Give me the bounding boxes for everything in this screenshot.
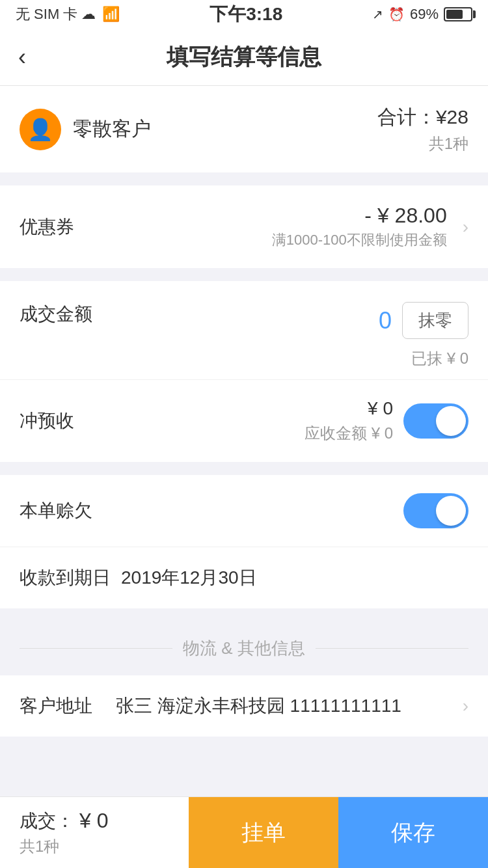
coupon-label: 优惠券 bbox=[20, 215, 74, 239]
round-button[interactable]: 抹零 bbox=[402, 302, 468, 339]
credit-section: 本单赊欠 收款到期日 2019年12月30日 bbox=[0, 475, 488, 608]
customer-left: 👤 零散客户 bbox=[20, 109, 151, 150]
avatar: 👤 bbox=[20, 109, 61, 150]
logistics-label: 物流 & 其他信息 bbox=[183, 637, 305, 660]
footer-deal-label: 成交： bbox=[20, 809, 74, 834]
sim-label: 无 SIM 卡 ☁ bbox=[16, 5, 96, 24]
coupon-right: - ¥ 28.00 满1000-100不限制使用金额 › bbox=[272, 204, 468, 250]
coupon-chevron-icon: › bbox=[463, 217, 468, 237]
credit-row: 本单赊欠 bbox=[0, 475, 488, 547]
total-amount: 合计：¥28 bbox=[377, 104, 468, 131]
footer-info: 成交： ¥ 0 共1种 bbox=[0, 809, 189, 857]
total-count: 共1种 bbox=[377, 133, 468, 154]
footer-deal-amount: ¥ 0 bbox=[79, 809, 108, 833]
coupon-section: 优惠券 - ¥ 28.00 满1000-100不限制使用金额 › bbox=[0, 185, 488, 268]
battery-icon bbox=[444, 7, 472, 21]
due-date-value: 2019年12月30日 bbox=[121, 565, 257, 590]
footer-count: 共1种 bbox=[20, 836, 169, 857]
save-button[interactable]: 保存 bbox=[338, 797, 488, 869]
customer-total: 合计：¥28 共1种 bbox=[377, 104, 468, 154]
due-date-row: 收款到期日 2019年12月30日 bbox=[0, 547, 488, 608]
battery-percent: 69% bbox=[410, 6, 439, 23]
prepayment-row: 冲预收 ¥ 0 应收金额 ¥ 0 bbox=[0, 379, 488, 462]
status-bar: 无 SIM 卡 ☁ 📶 下午3:18 ↗ ⏰ 69% bbox=[0, 0, 488, 29]
prepayment-toggle[interactable] bbox=[403, 403, 468, 439]
status-time: 下午3:18 bbox=[210, 2, 282, 27]
nav-bar: ‹ 填写结算等信息 bbox=[0, 29, 488, 86]
customer-section: 👤 零散客户 合计：¥28 共1种 bbox=[0, 86, 488, 172]
coupon-desc: 满1000-100不限制使用金额 bbox=[272, 230, 447, 250]
location-icon: ↗ bbox=[372, 7, 383, 22]
wifi-icon: 📶 bbox=[102, 6, 120, 23]
credit-right bbox=[403, 493, 468, 528]
status-right: ↗ ⏰ 69% bbox=[372, 6, 472, 23]
customer-name: 零散客户 bbox=[73, 116, 151, 142]
prepayment-amount: ¥ 0 bbox=[305, 398, 393, 419]
address-label: 客户地址 bbox=[20, 694, 92, 718]
footer-bar: 成交： ¥ 0 共1种 挂单 保存 bbox=[0, 796, 488, 868]
deal-sub: 已抹 ¥ 0 bbox=[411, 348, 468, 369]
credit-label: 本单赊欠 bbox=[20, 498, 92, 523]
footer-deal-row: 成交： ¥ 0 bbox=[20, 809, 169, 834]
address-row[interactable]: 客户地址 张三 海淀永丰科技园 11111111111 › bbox=[0, 675, 488, 737]
page-title: 填写结算等信息 bbox=[167, 42, 321, 72]
due-date-label: 收款到期日 bbox=[20, 565, 111, 590]
logistics-header: 物流 & 其他信息 bbox=[0, 624, 488, 673]
address-value: 张三 海淀永丰科技园 11111111111 bbox=[116, 694, 447, 718]
status-left: 无 SIM 卡 ☁ 📶 bbox=[16, 5, 120, 24]
deal-row: 成交金额 抹零 已抹 ¥ 0 bbox=[0, 281, 488, 379]
address-section: 客户地址 张三 海淀永丰科技园 11111111111 › bbox=[0, 675, 488, 737]
hold-button[interactable]: 挂单 bbox=[189, 797, 338, 869]
customer-row: 👤 零散客户 合计：¥28 共1种 bbox=[0, 86, 488, 172]
coupon-amount: - ¥ 28.00 bbox=[272, 204, 447, 228]
deal-section: 成交金额 抹零 已抹 ¥ 0 冲预收 ¥ 0 应收金额 ¥ 0 bbox=[0, 281, 488, 462]
deal-right: 抹零 已抹 ¥ 0 bbox=[100, 302, 468, 369]
deal-amount-input[interactable] bbox=[100, 307, 392, 334]
credit-toggle[interactable] bbox=[403, 493, 468, 528]
prepayment-sub: 应收金额 ¥ 0 bbox=[305, 423, 393, 444]
back-button[interactable]: ‹ bbox=[18, 44, 26, 71]
address-chevron-icon: › bbox=[463, 696, 468, 716]
prepayment-right: ¥ 0 应收金额 ¥ 0 bbox=[305, 398, 468, 444]
deal-label: 成交金额 bbox=[20, 302, 92, 327]
coupon-row[interactable]: 优惠券 - ¥ 28.00 满1000-100不限制使用金额 › bbox=[0, 185, 488, 268]
alarm-icon: ⏰ bbox=[388, 7, 405, 22]
prepayment-label: 冲预收 bbox=[20, 409, 74, 433]
